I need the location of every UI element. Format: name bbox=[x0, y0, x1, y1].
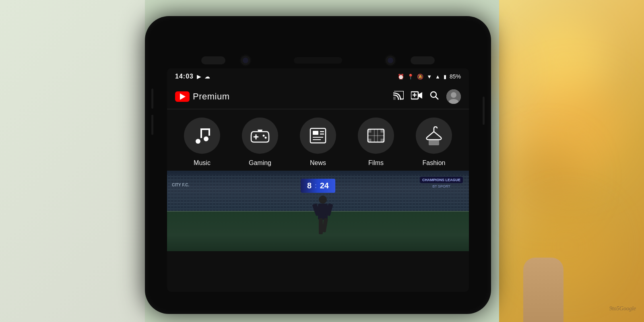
svg-point-33 bbox=[319, 196, 327, 204]
power-button bbox=[483, 97, 485, 125]
phone-screen: 14:03 ▶ ☁ ⏰ 📍 🔕 ▼ ▲ ▮ 85% bbox=[167, 68, 469, 292]
camera-lens bbox=[243, 58, 248, 63]
youtube-header: Premium bbox=[167, 85, 469, 109]
player-silhouette bbox=[311, 195, 335, 243]
categories-section: Music Gaming bbox=[167, 109, 469, 171]
mute-icon: 🔕 bbox=[417, 74, 423, 80]
front-camera-right bbox=[384, 54, 396, 66]
wifi-icon: ▼ bbox=[427, 74, 432, 80]
search-button[interactable] bbox=[429, 91, 439, 103]
svg-rect-26 bbox=[368, 139, 371, 142]
cast-button[interactable] bbox=[393, 91, 404, 102]
champions-league-badge: CHAMPIONS LEAGUE BT SPORT bbox=[420, 177, 463, 188]
phone-top-hardware bbox=[169, 48, 467, 72]
volume-down-button bbox=[151, 115, 153, 135]
user-avatar[interactable] bbox=[446, 89, 461, 104]
films-icon-circle bbox=[358, 118, 394, 154]
location-icon: 📍 bbox=[407, 74, 414, 80]
svg-rect-17 bbox=[310, 128, 326, 143]
left-background bbox=[0, 0, 145, 322]
svg-rect-32 bbox=[429, 140, 439, 145]
earpiece bbox=[294, 57, 342, 64]
films-label: Films bbox=[368, 159, 384, 167]
svg-point-16 bbox=[265, 137, 267, 139]
youtube-premium-label: Premium bbox=[193, 91, 230, 102]
svg-point-15 bbox=[263, 135, 265, 137]
phone-device: 14:03 ▶ ☁ ⏰ 📍 🔕 ▼ ▲ ▮ 85% bbox=[137, 0, 499, 322]
gaming-icon-circle bbox=[242, 118, 278, 154]
svg-rect-25 bbox=[381, 129, 384, 132]
create-video-button[interactable] bbox=[411, 91, 422, 102]
svg-rect-0 bbox=[393, 97, 396, 100]
status-bar-right: ⏰ 📍 🔕 ▼ ▲ ▮ 85% bbox=[398, 73, 461, 80]
volume-up-button bbox=[151, 89, 153, 109]
scoreboard: 8 : 24 bbox=[301, 179, 335, 193]
speaker-left bbox=[201, 56, 225, 64]
youtube-logo-area[interactable]: Premium bbox=[175, 91, 230, 102]
category-films[interactable]: Films bbox=[358, 118, 394, 167]
svg-rect-37 bbox=[319, 218, 323, 234]
category-news[interactable]: News bbox=[300, 118, 336, 167]
category-music[interactable]: Music bbox=[184, 118, 220, 167]
svg-point-5 bbox=[431, 92, 436, 97]
svg-rect-14 bbox=[200, 128, 210, 130]
svg-point-10 bbox=[196, 139, 200, 144]
category-fashion[interactable]: Fashion bbox=[416, 118, 452, 167]
svg-rect-24 bbox=[368, 129, 371, 132]
status-time: 14:03 bbox=[175, 73, 194, 80]
svg-line-6 bbox=[436, 97, 438, 99]
score-right: 24 bbox=[320, 181, 329, 190]
score-separator: : bbox=[315, 182, 316, 190]
svg-rect-27 bbox=[381, 139, 384, 142]
svg-marker-2 bbox=[419, 92, 422, 99]
site-watermark: 9to5Google bbox=[609, 305, 636, 312]
gaming-label: Gaming bbox=[249, 159, 271, 167]
bt-sport-text: BT SPORT bbox=[420, 184, 463, 188]
team-name-left: CITY F.C. bbox=[172, 183, 189, 187]
hand-holding-phone bbox=[523, 258, 564, 322]
categories-row: Music Gaming bbox=[173, 118, 463, 167]
header-action-icons bbox=[393, 89, 461, 104]
svg-point-8 bbox=[451, 92, 456, 98]
team-badge-left: CITY F.C. bbox=[172, 181, 189, 188]
music-label: Music bbox=[194, 159, 211, 167]
youtube-play-triangle bbox=[180, 93, 186, 100]
video-thumbnail-section[interactable]: 8 : 24 CITY F.C. CHAMPIONS LEAGUE BT SPO… bbox=[167, 171, 469, 251]
battery-percentage: 85% bbox=[450, 73, 461, 80]
signal-icon: ▲ bbox=[435, 74, 440, 80]
news-icon-circle bbox=[300, 118, 336, 154]
fashion-icon-circle bbox=[416, 118, 452, 154]
front-camera-left bbox=[239, 54, 252, 66]
score-left: 8 bbox=[307, 181, 312, 190]
svg-point-11 bbox=[204, 136, 208, 141]
fashion-label: Fashion bbox=[423, 159, 446, 167]
category-gaming[interactable]: Gaming bbox=[242, 118, 278, 167]
video-thumbnail: 8 : 24 CITY F.C. CHAMPIONS LEAGUE BT SPO… bbox=[167, 171, 469, 251]
news-label: News bbox=[310, 159, 326, 167]
cloud-icon: ☁ bbox=[204, 73, 210, 80]
phone-body: 14:03 ▶ ☁ ⏰ 📍 🔕 ▼ ▲ ▮ 85% bbox=[145, 16, 491, 314]
ucl-text: CHAMPIONS LEAGUE bbox=[420, 177, 463, 183]
youtube-logo-icon bbox=[175, 91, 190, 102]
music-icon-circle bbox=[184, 118, 220, 154]
status-bar-left: 14:03 ▶ ☁ bbox=[175, 73, 210, 80]
alarm-icon: ⏰ bbox=[398, 74, 404, 80]
youtube-notification-icon: ▶ bbox=[197, 73, 201, 80]
camera-lens-right bbox=[388, 58, 393, 63]
battery-icon: ▮ bbox=[444, 74, 446, 80]
svg-rect-18 bbox=[313, 131, 318, 135]
speaker-right bbox=[411, 56, 435, 64]
